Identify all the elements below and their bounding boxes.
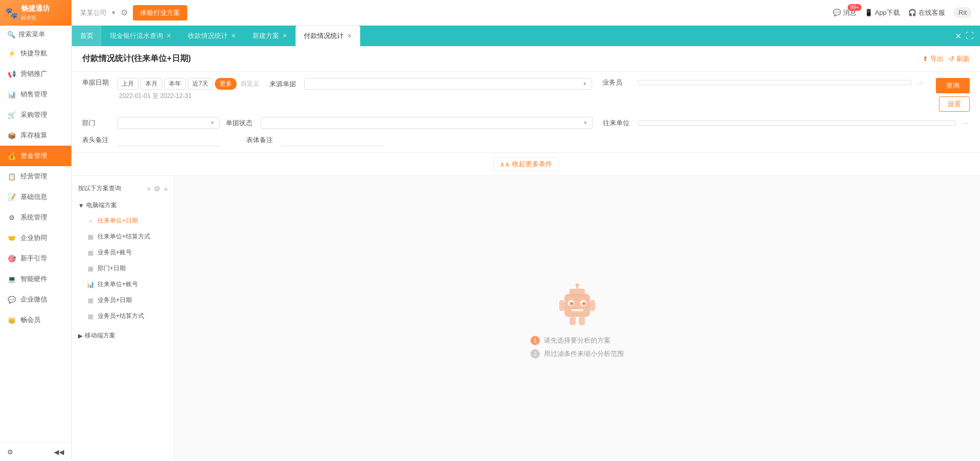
staff-input[interactable] <box>637 80 912 85</box>
date-btn-this-year[interactable]: 本年 <box>164 78 186 90</box>
page-title: 付款情况统计(往来单位+日期) <box>82 53 191 64</box>
sidebar: 🐾 畅捷通坊 标准版 🔍 搜索菜单 ⚡快捷导航📢营销推广📊销售管理🛒采购管理📦库… <box>0 0 72 461</box>
tab-home[interactable]: 首页 <box>72 26 102 46</box>
refresh-btn[interactable]: ↺ 刷新 <box>949 54 970 64</box>
header-note-input[interactable] <box>117 134 220 146</box>
sidebar-item-quick-nav[interactable]: ⚡快捷导航 <box>0 43 71 64</box>
refresh-label: 刷新 <box>956 54 970 64</box>
source-filter-label: 来源单据 <box>269 79 300 89</box>
scheme-item-partner-settlement[interactable]: ▦ 往来单位+结算方式 <box>72 229 174 245</box>
topbar-gear-icon[interactable]: ⚙ <box>121 8 128 17</box>
sales-icon: 📊 <box>7 90 16 99</box>
date-btn-7days[interactable]: 近7天 <box>188 78 213 90</box>
scheme-collapse-icon[interactable]: « <box>164 185 168 193</box>
tab-close-new-scheme[interactable]: ✕ <box>282 32 287 39</box>
sidebar-item-guide[interactable]: 🎯新手引导 <box>0 248 71 269</box>
scheme-item-partner-date[interactable]: ○ 往来单位+日期 <box>72 213 174 229</box>
scheme-item-dept-date[interactable]: ▦ 部门+日期 <box>72 260 174 276</box>
tab-label-home: 首页 <box>80 31 93 41</box>
mobile-group-title[interactable]: ▶ 移动端方案 <box>72 328 174 343</box>
doc-status-select[interactable]: ▾ <box>261 117 593 129</box>
dept-chevron-icon: ▾ <box>211 119 214 126</box>
user-btn[interactable]: Rit <box>953 7 972 18</box>
sidebar-item-operation[interactable]: 📋经营管理 <box>0 166 71 187</box>
collapse-icon: ◀◀ <box>54 448 64 456</box>
tab-close-bank-flow[interactable]: ✕ <box>166 32 171 39</box>
trial-btn[interactable]: 体验行业方案 <box>133 5 187 21</box>
settings-btn[interactable]: 设置 <box>939 96 970 112</box>
hardware-icon: 💻 <box>7 274 16 284</box>
partner-more-icon[interactable]: ··· <box>960 119 970 127</box>
sidebar-collapse-btn[interactable]: ◀◀ <box>54 448 64 456</box>
tab-payment-stats[interactable]: 付款情况统计✕ <box>296 26 360 46</box>
body-note-input[interactable] <box>281 134 384 146</box>
tab-close-payment-stats[interactable]: ✕ <box>347 32 352 39</box>
scheme-item-partner-account[interactable]: 📊 往来单位+账号 <box>72 276 174 292</box>
scheme-settings-icon[interactable]: ⚙ <box>154 185 161 193</box>
source-select[interactable]: ▾ <box>304 78 593 90</box>
page-actions: ⬆ 导出 ↺ 刷新 <box>923 54 970 64</box>
sidebar-item-inventory[interactable]: 📦库存核算 <box>0 125 71 146</box>
export-icon: ⬆ <box>923 55 928 63</box>
messages-badge: 99+ <box>848 4 861 11</box>
desktop-schemes-list: ○ 往来单位+日期 ▦ 往来单位+结算方式 ▦ 业务员+账号 ▦ 部门+日期 📊… <box>72 213 174 324</box>
tab-close-collection[interactable]: ✕ <box>231 32 236 39</box>
empty-state-icon <box>552 278 603 330</box>
sidebar-item-marketing[interactable]: 📢营销推广 <box>0 64 71 84</box>
messages-btn[interactable]: 💬 消息 99+ <box>833 8 856 17</box>
scheme-label-staff-date: 业务员+日期 <box>97 296 132 305</box>
dept-select[interactable]: ▾ <box>117 117 220 129</box>
refresh-icon: ↺ <box>949 55 954 63</box>
finance-icon: 💰 <box>7 151 16 161</box>
scheme-item-staff-account[interactable]: ▦ 业务员+账号 <box>72 245 174 260</box>
date-btn-last-month[interactable]: 上月 <box>117 78 139 90</box>
staff-more-icon[interactable]: ··· <box>916 79 926 87</box>
svg-rect-12 <box>579 317 585 325</box>
sidebar-item-label: 智能硬件 <box>21 274 47 284</box>
company-dropdown-icon[interactable]: ▾ <box>112 9 115 16</box>
body-note-label: 表体备注 <box>246 135 277 145</box>
date-filter-label: 单据日期 <box>82 78 113 87</box>
collapse-btn[interactable]: ∧∧ 收起更多条件 <box>493 157 559 171</box>
add-scheme-icon[interactable]: + <box>147 185 151 193</box>
page-header: 付款情况统计(往来单位+日期) ⬆ 导出 ↺ 刷新 <box>72 46 980 72</box>
sidebar-item-enterprise[interactable]: 🤝企业协同 <box>0 228 71 248</box>
sidebar-item-member[interactable]: 👑畅会员 <box>0 310 71 330</box>
svg-point-6 <box>570 302 573 305</box>
scheme-panel-title: 按以下方案查询 <box>78 184 121 193</box>
sidebar-header: 🐾 畅捷通坊 标准版 <box>0 0 71 26</box>
sidebar-search-btn[interactable]: 🔍 搜索菜单 <box>0 26 71 43</box>
query-btn[interactable]: 查询 <box>936 78 970 93</box>
date-btn-this-month[interactable]: 本月 <box>141 78 162 90</box>
tab-new-scheme[interactable]: 新建方案✕ <box>244 26 296 46</box>
sidebar-logo: 🐾 <box>5 7 18 19</box>
sidebar-item-hardware[interactable]: 💻智能硬件 <box>0 269 71 289</box>
online-service-label: 在线客服 <box>918 8 945 17</box>
sidebar-item-basic-info[interactable]: 📝基础信息 <box>0 187 71 207</box>
date-btn-more[interactable]: 更多 <box>215 78 237 90</box>
app-download-btn[interactable]: 📱 App下载 <box>865 8 900 17</box>
sidebar-settings-btn[interactable]: ⚙ <box>7 448 13 456</box>
sidebar-item-purchase[interactable]: 🛒采购管理 <box>0 105 71 125</box>
scheme-panel: 按以下方案查询 + ⚙ « ▼ 电脑端方案 ○ 往来单位+日期 ▦ 往来单位+结… <box>72 176 174 461</box>
tabs-close-all-icon[interactable]: ✕ <box>955 31 962 41</box>
scheme-item-staff-settlement[interactable]: ▦ 业务员+结算方式 <box>72 308 174 324</box>
svg-rect-1 <box>570 289 585 297</box>
scheme-item-staff-date[interactable]: ▦ 业务员+日期 <box>72 292 174 308</box>
sidebar-item-weixin[interactable]: 💬企业微信 <box>0 289 71 310</box>
tip-text-1: 请先选择要分析的方案 <box>544 336 611 345</box>
desktop-group-title[interactable]: ▼ 电脑端方案 <box>72 198 174 213</box>
system-icon: ⚙ <box>7 213 16 222</box>
sidebar-item-system[interactable]: ⚙系统管理 <box>0 207 71 228</box>
partner-input[interactable] <box>638 121 956 126</box>
tabs-fullscreen-icon[interactable]: ⛶ <box>966 31 974 41</box>
sidebar-item-label: 畅会员 <box>21 315 41 325</box>
scheme-icon-partner-date: ○ <box>86 217 94 225</box>
tab-collection[interactable]: 收款情况统计✕ <box>180 26 244 46</box>
sidebar-item-finance[interactable]: 💰资金管理 <box>0 146 71 166</box>
sidebar-item-sales[interactable]: 📊销售管理 <box>0 84 71 105</box>
export-btn[interactable]: ⬆ 导出 <box>923 54 944 64</box>
online-service-btn[interactable]: 🎧 在线客服 <box>908 8 945 17</box>
tab-bank-flow[interactable]: 现金银行流水查询✕ <box>102 26 180 46</box>
source-chevron-icon: ▾ <box>583 81 586 87</box>
